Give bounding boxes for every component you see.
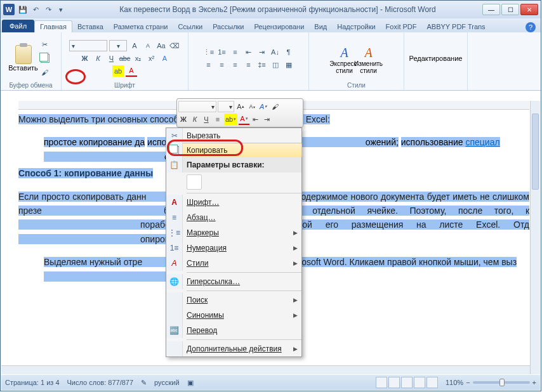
macro-icon[interactable]: ▣ [187,379,194,387]
italic-icon[interactable]: К [93,53,104,64]
tab-mailings[interactable]: Рассылки [208,21,249,32]
doc-link[interactable]: специал [465,137,499,147]
cut-icon[interactable]: ✂ [39,39,51,50]
editing-button[interactable]: Редактирование [409,55,463,62]
underline-icon[interactable]: Ч [106,53,117,64]
zoom-level[interactable]: 110% [446,379,463,386]
tab-addins[interactable]: Надстройки [332,21,380,32]
cm-bullets[interactable]: ⋮≡ Маркеры ▶ [166,225,301,240]
undo-icon[interactable]: ↶ [30,4,41,15]
qat-more-icon[interactable]: ▾ [55,4,67,15]
shrink-font-icon[interactable]: A [142,40,154,51]
change-styles-button[interactable]: A Изменить стили [357,46,380,71]
clear-format-icon[interactable]: ⌫ [169,40,180,51]
status-language[interactable]: русский [154,379,179,386]
indent-dec-icon[interactable]: ⇤ [243,46,254,58]
bullets-icon[interactable]: ⋮≡ [203,46,215,58]
cm-styles[interactable]: A Стили ▶ [166,256,301,271]
close-button[interactable]: ✕ [520,4,538,15]
text-effects-icon[interactable]: A [159,53,171,64]
numbering-icon[interactable]: 1≡ [216,46,228,58]
justify-icon[interactable]: ≡ [243,59,254,70]
mini-indent-dec-icon[interactable]: ⇤ [251,114,261,125]
horizontal-scrollbar[interactable] [1,365,530,374]
minimize-button[interactable]: — [482,4,500,15]
view-printlayout-icon[interactable] [376,377,387,388]
tab-review[interactable]: Рецензировани [249,21,310,32]
tab-home[interactable]: Главная [34,20,72,32]
format-painter-icon[interactable]: 🖌 [39,67,51,78]
align-left-icon[interactable]: ≡ [203,59,215,70]
indent-inc-icon[interactable]: ⇥ [256,46,268,58]
redo-icon[interactable]: ↷ [43,4,54,15]
font-name-select[interactable]: ▾ [69,40,107,51]
proofing-icon[interactable]: ✎ [141,379,147,387]
zoom-in-icon[interactable]: + [532,379,536,386]
font-size-select[interactable]: ▾ [109,40,127,51]
mini-painter-icon[interactable]: 🖌 [270,101,280,112]
cm-copy[interactable]: Копировать [166,143,302,158]
multilevel-icon[interactable]: ≡ [230,46,241,58]
cm-numbering[interactable]: 1≡ Нумерация ▶ [166,240,301,256]
paste-button[interactable]: Вставить [11,43,36,74]
doc-heading[interactable]: Способ 1: копирование данны [18,168,153,178]
borders-icon[interactable]: ▦ [283,59,294,70]
vertical-scrollbar[interactable] [530,101,540,374]
show-marks-icon[interactable]: ¶ [283,46,294,58]
mini-indent-inc-icon[interactable]: ⇥ [262,114,272,125]
mini-center-icon[interactable]: ≡ [213,114,223,125]
maximize-button[interactable]: ☐ [501,4,519,15]
tab-references[interactable]: Ссылки [173,21,208,32]
cm-synonyms[interactable]: Синонимы ▶ [166,308,301,323]
scroll-thumb[interactable] [532,114,539,190]
mini-underline-icon[interactable]: Ч [201,114,211,125]
cm-hyperlink[interactable]: 🌐 Гиперссылка… [166,274,301,289]
align-center-icon[interactable]: ≡ [216,59,228,70]
copy-icon[interactable] [39,53,51,64]
status-page[interactable]: Страница: 1 из 4 [5,379,60,386]
tab-insert[interactable]: Вставка [72,21,109,32]
sort-icon[interactable]: A↓ [270,46,281,58]
tab-foxit[interactable]: Foxit PDF [381,21,422,32]
doc-li1[interactable]: простое копирование да [44,137,145,147]
superscript-icon[interactable]: x² [146,53,157,64]
mini-font-name[interactable]: ▾ [178,101,216,112]
align-right-icon[interactable]: ≡ [230,59,241,70]
save-icon[interactable]: 💾 [17,4,29,15]
view-draft-icon[interactable] [426,377,438,388]
strike-icon[interactable]: abc [119,53,131,64]
quick-styles-button[interactable]: A Экспресс-стили [333,46,356,71]
cm-font[interactable]: A Шрифт… [166,195,301,210]
mini-italic-icon[interactable]: К [190,114,200,125]
grow-font-icon[interactable]: A [129,40,140,51]
font-color-icon[interactable]: A [126,65,137,77]
subscript-icon[interactable]: x₂ [133,53,144,64]
tab-layout[interactable]: Разметка страни [109,21,173,32]
help-icon[interactable]: ? [525,22,536,32]
mini-bold-icon[interactable]: Ж [178,114,188,125]
mini-styles-icon[interactable]: A▾ [258,101,268,112]
view-fullscreen-icon[interactable] [388,377,400,388]
mini-shrink-icon[interactable]: A▾ [247,101,257,112]
change-case-icon[interactable]: Aa [155,40,167,51]
cm-paragraph[interactable]: ≡ Абзац… [166,210,301,225]
line-spacing-icon[interactable]: ‡≡ [256,59,268,70]
cm-cut[interactable]: ✂ Вырезать [166,128,301,143]
mini-font-size[interactable]: ▾ [218,101,234,112]
view-outline-icon[interactable] [414,377,425,388]
paste-option-1[interactable] [187,174,202,190]
cm-search[interactable]: Поиск ▶ [166,292,301,308]
mini-highlight-icon[interactable]: ab▾ [224,114,237,125]
view-web-icon[interactable] [401,377,413,388]
shading-icon[interactable]: ◫ [270,59,281,70]
mini-grow-icon[interactable]: A▴ [235,101,246,112]
tab-view[interactable]: Вид [309,21,332,32]
mini-fontcolor-icon[interactable]: A▾ [239,114,249,125]
cm-additional[interactable]: Дополнительные действия ▶ [166,341,301,356]
zoom-slider[interactable] [473,381,530,384]
status-words[interactable]: Число слов: 877/877 [67,379,134,386]
cm-translate[interactable]: 🔤 Перевод [166,323,301,338]
bold-icon[interactable]: Ж [79,53,91,64]
tab-file[interactable]: Файл [2,20,34,32]
tab-abbyy[interactable]: ABBYY PDF Trans [422,21,491,32]
